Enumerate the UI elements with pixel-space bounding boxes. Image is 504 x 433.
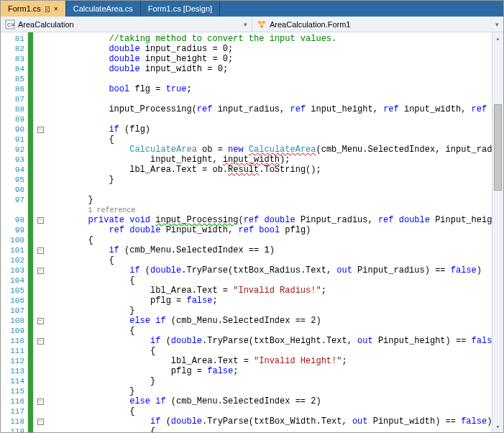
code-line[interactable]: lbl_Area.Text = "Invalid Height!"; bbox=[47, 356, 492, 366]
fold-cell: − bbox=[34, 215, 47, 225]
code-line[interactable] bbox=[47, 114, 492, 124]
code-line[interactable]: { bbox=[47, 235, 492, 245]
code-line[interactable]: } bbox=[47, 376, 492, 386]
fold-cell: − bbox=[34, 336, 47, 346]
code-line[interactable]: CalculateArea ob = new CalculateArea(cmb… bbox=[47, 145, 492, 155]
line-number: 102 bbox=[1, 255, 24, 265]
line-number: 95 bbox=[1, 175, 24, 185]
fold-toggle[interactable]: − bbox=[37, 338, 44, 345]
fold-cell bbox=[34, 235, 47, 245]
line-number: 82 bbox=[1, 44, 24, 54]
scroll-down-button[interactable]: ▾ bbox=[492, 421, 503, 432]
code-line[interactable]: double input_radius = 0; bbox=[47, 44, 492, 54]
class-icon bbox=[257, 19, 267, 29]
code-line[interactable]: input_height, input_width); bbox=[47, 155, 492, 165]
code-line[interactable]: pflg = false; bbox=[47, 366, 492, 376]
code-line[interactable]: if (double.TryParse(txtBox_Height.Text, … bbox=[47, 336, 492, 346]
code-editor: 8182838485868788899091929394959697989910… bbox=[1, 32, 503, 432]
code-line[interactable]: { bbox=[47, 326, 492, 336]
fold-cell bbox=[34, 296, 47, 306]
fold-cell bbox=[34, 427, 47, 432]
code-line[interactable]: { bbox=[47, 255, 492, 265]
tab-form1-cs[interactable]: Form1.cs ⍃ × bbox=[1, 1, 66, 17]
line-number: 106 bbox=[1, 296, 24, 306]
code-line[interactable]: if (double.TryParse(txtBox_Radius.Text, … bbox=[47, 265, 492, 275]
code-line[interactable]: double input_width = 0; bbox=[47, 64, 492, 74]
code-line[interactable]: } bbox=[47, 306, 492, 316]
code-line[interactable]: } bbox=[47, 195, 492, 205]
code-line[interactable]: lbl_Area.Text = "Invalid Radius!"; bbox=[47, 286, 492, 296]
code-line[interactable]: if (flg) bbox=[47, 124, 492, 135]
line-number: 110 bbox=[1, 336, 24, 346]
code-line[interactable] bbox=[47, 94, 492, 104]
tab-calculatearea-cs[interactable]: CalculateArea.cs bbox=[66, 1, 141, 17]
line-number: 114 bbox=[1, 376, 24, 386]
code-line[interactable]: ref double Pinput_width, ref bool pflg) bbox=[47, 225, 492, 235]
fold-toggle[interactable]: − bbox=[37, 318, 44, 324]
fold-cell bbox=[34, 34, 47, 44]
fold-toggle[interactable]: − bbox=[37, 247, 44, 254]
csharp-file-icon: C# bbox=[5, 19, 15, 29]
line-number: 96 bbox=[1, 185, 24, 195]
scroll-thumb[interactable] bbox=[494, 104, 502, 191]
code-line[interactable]: { bbox=[47, 346, 492, 356]
code-line[interactable]: double input_height = 0; bbox=[47, 54, 492, 64]
line-number: 113 bbox=[1, 366, 24, 376]
line-number bbox=[1, 205, 24, 215]
close-icon[interactable]: × bbox=[54, 5, 58, 13]
line-number: 99 bbox=[1, 225, 24, 235]
tab-bar: Form1.cs ⍃ × CalculateArea.cs Form1.cs [… bbox=[1, 1, 503, 17]
code-line[interactable]: else if (cmb_Menu.SelectedIndex == 2) bbox=[47, 316, 492, 326]
line-number: 91 bbox=[1, 135, 24, 145]
fold-toggle[interactable]: − bbox=[37, 268, 44, 274]
code-line[interactable]: { bbox=[47, 135, 492, 145]
fold-cell bbox=[34, 376, 47, 386]
code-line[interactable] bbox=[47, 185, 492, 195]
fold-cell bbox=[34, 165, 47, 175]
code-line[interactable]: { bbox=[47, 406, 492, 416]
code-line[interactable]: private void input_Processing(ref double… bbox=[47, 215, 492, 225]
code-area[interactable]: //taking method to convert the input val… bbox=[47, 32, 492, 432]
code-line[interactable]: else if (cmb_Menu.SelectedIndex == 2) bbox=[47, 396, 492, 406]
code-line[interactable]: { bbox=[47, 427, 492, 432]
fold-cell bbox=[34, 185, 47, 195]
line-number: 117 bbox=[1, 406, 24, 416]
nav-class-dropdown[interactable]: AreaCalculation.Form1 ▾ bbox=[252, 17, 503, 32]
code-line[interactable]: } bbox=[47, 386, 492, 396]
tab-label: Form1.cs [Design] bbox=[148, 4, 212, 13]
tab-label: Form1.cs bbox=[8, 4, 41, 13]
line-number: 88 bbox=[1, 104, 24, 114]
fold-toggle[interactable]: − bbox=[37, 398, 44, 405]
code-line[interactable]: } bbox=[47, 175, 492, 185]
fold-cell bbox=[34, 306, 47, 316]
code-line[interactable]: lbl_Area.Text = ob.Result.ToString(); bbox=[47, 165, 492, 175]
code-line[interactable]: bool flg = true; bbox=[47, 84, 492, 94]
tab-form1-design[interactable]: Form1.cs [Design] bbox=[141, 1, 220, 17]
nav-namespace-dropdown[interactable]: C# AreaCalculation ▾ bbox=[1, 17, 252, 32]
fold-toggle[interactable]: − bbox=[37, 217, 44, 224]
fold-cell bbox=[34, 155, 47, 165]
fold-cell bbox=[34, 195, 47, 205]
fold-cell bbox=[34, 74, 47, 84]
fold-cell: − bbox=[34, 265, 47, 275]
code-line[interactable]: { bbox=[47, 275, 492, 286]
code-line[interactable]: input_Processing(ref input_radius, ref i… bbox=[47, 104, 492, 114]
line-number: 86 bbox=[1, 84, 24, 94]
code-line[interactable] bbox=[47, 74, 492, 84]
code-line[interactable]: if (cmb_Menu.SelectedIndex == 1) bbox=[47, 245, 492, 255]
line-number: 89 bbox=[1, 114, 24, 124]
scroll-up-button[interactable]: ▴ bbox=[492, 32, 503, 44]
fold-toggle[interactable]: − bbox=[37, 419, 44, 425]
line-number: 90 bbox=[1, 124, 24, 135]
line-number: 93 bbox=[1, 155, 24, 165]
fold-cell bbox=[34, 54, 47, 64]
pin-icon[interactable]: ⍃ bbox=[45, 5, 50, 13]
vertical-scrollbar[interactable]: ▴ ▾ bbox=[492, 32, 503, 432]
code-line[interactable]: 1 reference bbox=[47, 205, 492, 215]
fold-toggle[interactable]: − bbox=[37, 127, 44, 133]
fold-cell bbox=[34, 175, 47, 185]
code-line[interactable]: //taking method to convert the input val… bbox=[47, 34, 492, 44]
code-line[interactable]: if (double.TryParse(txtBox_Width.Text, o… bbox=[47, 416, 492, 427]
fold-cell bbox=[34, 275, 47, 286]
code-line[interactable]: pflg = false; bbox=[47, 296, 492, 306]
